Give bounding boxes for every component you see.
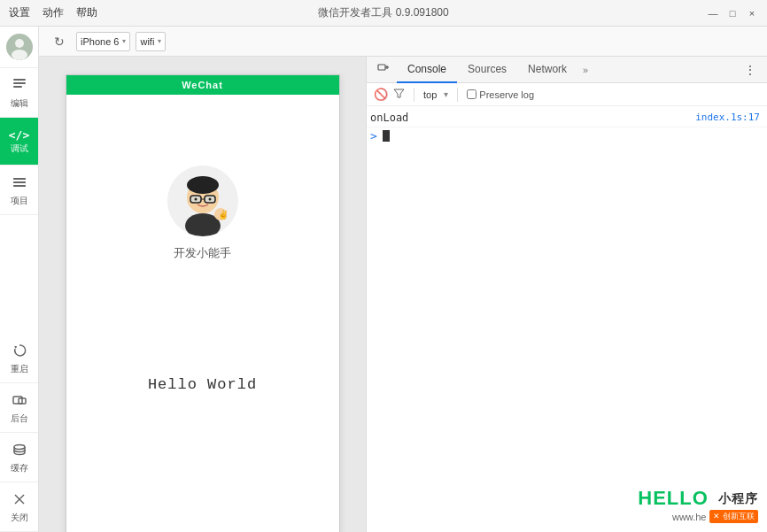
device-select[interactable]: iPhone 6 ▾ xyxy=(76,32,130,51)
titlebar-menu: 设置 动作 帮助 xyxy=(9,5,97,20)
sidebar-item-restart-label: 重启 xyxy=(11,363,28,375)
sidebar-item-close-label: 关闭 xyxy=(11,512,28,524)
network-select[interactable]: wifi ▾ xyxy=(136,32,166,51)
phone-content: ✌ 开发小能手 Hello World xyxy=(66,95,339,532)
sidebar-top: 编辑 </> 调试 项目 xyxy=(0,68,38,215)
restart-icon xyxy=(12,343,27,361)
app-title: 微信开发者工具 0.9.091800 xyxy=(318,5,448,20)
tab-console[interactable]: Console xyxy=(397,57,457,83)
sidebar-item-debug-label: 调试 xyxy=(11,143,28,155)
svg-point-22 xyxy=(208,198,211,201)
svg-rect-8 xyxy=(13,185,26,187)
console-file-ref[interactable]: index.1s:17 xyxy=(695,112,760,123)
window-controls: — □ × xyxy=(707,7,758,19)
brand-hello: HELLO 小程序 xyxy=(638,487,758,510)
filter-dropdown-arrow[interactable]: ▾ xyxy=(444,89,448,99)
devtools-console: onLoad index.1s:17 > xyxy=(367,106,767,532)
close-button[interactable]: × xyxy=(746,7,758,19)
devtools-extra-controls: ⋮ xyxy=(740,60,760,80)
filter-button[interactable] xyxy=(393,88,405,102)
sidebar-item-project-label: 项目 xyxy=(11,195,28,207)
minimize-button[interactable]: — xyxy=(707,7,719,19)
phone-avatar: ✌ xyxy=(167,166,238,236)
titlebar: 设置 动作 帮助 微信开发者工具 0.9.091800 — □ × xyxy=(0,0,767,27)
svg-marker-29 xyxy=(394,89,404,97)
console-input-row: > xyxy=(367,127,767,144)
clear-console-button[interactable]: 🚫 xyxy=(374,88,388,101)
preserve-log-checkbox[interactable] xyxy=(467,89,476,99)
sidebar-item-restart[interactable]: 重启 xyxy=(0,334,38,383)
device-name: iPhone 6 xyxy=(81,36,119,47)
devtools-menu-button[interactable]: ⋮ xyxy=(740,60,760,80)
close-icon xyxy=(12,491,27,510)
menu-help[interactable]: 帮助 xyxy=(76,5,97,20)
svg-rect-6 xyxy=(13,178,26,180)
console-cursor xyxy=(383,130,390,142)
svg-point-2 xyxy=(12,50,27,60)
brand-url: www.he ✕ 创新互联 xyxy=(672,510,758,523)
sidebar-item-close[interactable]: 关闭 xyxy=(0,482,38,532)
sidebar-item-back[interactable]: 后台 xyxy=(0,383,38,433)
debug-icon: </> xyxy=(9,129,29,141)
maximize-button[interactable]: □ xyxy=(726,7,739,19)
devtools-tabs: Console Sources Network » xyxy=(397,57,593,83)
sidebar-item-edit[interactable]: 编辑 xyxy=(0,68,38,118)
cache-icon xyxy=(12,442,27,460)
svg-rect-4 xyxy=(13,82,26,84)
phone-hello-text: Hello World xyxy=(148,376,257,393)
sidebar-item-back-label: 后台 xyxy=(11,412,28,425)
brand-badge: ✕ 创新互联 xyxy=(709,510,758,523)
phone-avatar-container: ✌ xyxy=(167,166,238,236)
svg-rect-26 xyxy=(378,65,385,70)
back-icon xyxy=(12,392,27,411)
phone-nickname: 开发小能手 xyxy=(174,245,231,261)
avatar xyxy=(6,34,33,60)
svg-rect-10 xyxy=(13,397,22,404)
sidebar-item-cache-label: 缓存 xyxy=(11,462,28,474)
devtools-panel: Console Sources Network » ⋮ 🚫 xyxy=(367,57,767,532)
devtools-inspect-button[interactable] xyxy=(374,60,393,80)
device-left-bar: ↻ iPhone 6 ▾ wifi ▾ xyxy=(48,30,758,53)
main-layout: 编辑 </> 调试 项目 xyxy=(0,27,767,532)
devtools-filter-bar: 🚫 top ▾ Preserve log xyxy=(367,83,767,106)
devtools-toolbar: Console Sources Network » ⋮ xyxy=(367,57,767,83)
network-name: wifi xyxy=(140,36,154,47)
content-area: WeChat xyxy=(39,57,767,532)
brand-overlay: HELLO 小程序 www.he ✕ 创新互联 xyxy=(638,487,758,523)
sidebar-item-edit-label: 编辑 xyxy=(11,97,28,110)
tab-network[interactable]: Network xyxy=(517,57,577,83)
sidebar-item-project[interactable]: 项目 xyxy=(0,166,38,215)
menu-settings[interactable]: 设置 xyxy=(9,5,30,20)
svg-rect-3 xyxy=(13,79,26,81)
svg-rect-5 xyxy=(13,86,22,88)
phone-panel: WeChat xyxy=(39,57,367,532)
filter-divider xyxy=(414,88,414,102)
sidebar-item-debug[interactable]: </> 调试 xyxy=(0,118,38,166)
console-message: onLoad xyxy=(370,112,695,124)
tab-sources[interactable]: Sources xyxy=(457,57,517,83)
console-prompt: > xyxy=(370,129,377,143)
svg-point-12 xyxy=(14,445,25,450)
filter-level: top xyxy=(423,89,437,100)
device-dropdown-arrow: ▾ xyxy=(122,37,126,45)
svg-point-21 xyxy=(194,198,197,201)
refresh-button[interactable]: ↻ xyxy=(48,30,71,53)
preserve-log-label[interactable]: Preserve log xyxy=(467,89,534,100)
more-tabs-button[interactable]: » xyxy=(577,65,593,75)
phone-frame: WeChat xyxy=(66,74,340,532)
svg-rect-7 xyxy=(13,181,26,183)
filter-divider-2 xyxy=(457,88,458,102)
network-dropdown-arrow: ▾ xyxy=(158,37,161,45)
device-bar: ↻ iPhone 6 ▾ wifi ▾ xyxy=(39,27,767,57)
phone-status-bar: WeChat xyxy=(66,75,339,95)
svg-marker-9 xyxy=(14,346,17,349)
svg-point-17 xyxy=(187,176,219,194)
menu-actions[interactable]: 动作 xyxy=(43,5,64,20)
sidebar-item-cache[interactable]: 缓存 xyxy=(0,433,38,482)
svg-text:✌: ✌ xyxy=(218,209,229,220)
edit-icon xyxy=(12,77,27,96)
svg-point-1 xyxy=(15,39,24,48)
project-icon xyxy=(12,174,27,193)
console-row: onLoad index.1s:17 xyxy=(367,110,767,127)
avatar-item[interactable] xyxy=(0,27,38,68)
